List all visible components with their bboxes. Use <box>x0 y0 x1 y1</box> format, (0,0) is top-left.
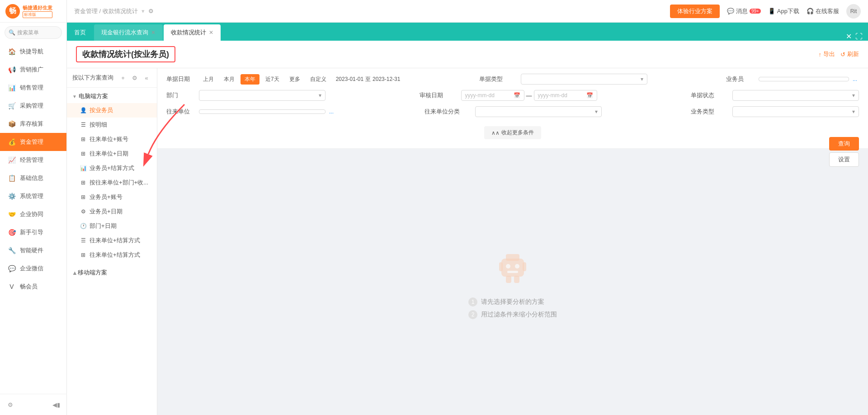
sidebar-item-sales[interactable]: 📊 销售管理 <box>0 79 66 97</box>
message-action[interactable]: 💬 消息 99+ <box>727 7 761 15</box>
voucher-status-dropdown-icon: ▾ <box>852 92 855 99</box>
collapse-sidebar-button[interactable]: ◀▮ <box>49 398 63 411</box>
tab-bar: 首页 现金银行流水查询 ✕ 收款情况统计 ✕ ✕ ⛶ <box>67 23 868 41</box>
sidebar-search-area: 🔍 搜索菜单 <box>0 23 66 42</box>
export-button[interactable]: ↑ 导出 <box>819 50 835 58</box>
close-window-btn[interactable]: ✕ <box>846 32 852 41</box>
date-range: 2023-01-01 至 2023-12-31 <box>336 75 401 83</box>
header-right: 体验行业方案 💬 消息 99+ 📱 App下载 🎧 在线客服 Rit <box>670 4 861 19</box>
gear-settings-btn[interactable]: ⚙ <box>148 8 154 14</box>
partner-select[interactable] <box>199 109 326 114</box>
scheme-collapse-btn[interactable]: « <box>142 73 151 83</box>
review-date-from-placeholder: yyyy-mm-dd <box>465 92 495 99</box>
tab-collection-close[interactable]: ✕ <box>209 29 213 36</box>
date-tab-7days[interactable]: 近7天 <box>261 74 283 85</box>
business-type-dropdown-icon: ▾ <box>852 108 855 115</box>
sidebar-item-wechat[interactable]: 💬 企业微信 <box>0 259 66 278</box>
review-date-calendar-from-icon: 📅 <box>514 92 520 99</box>
scheme-item-partner-settle1[interactable]: ☰ 往来单位+结算方式 <box>67 233 157 248</box>
review-date-to[interactable]: yyyy-mm-dd 📅 <box>534 90 597 101</box>
breadcrumb-separator: ▾ <box>142 8 145 14</box>
dept-select[interactable]: ▾ <box>199 90 326 101</box>
query-button[interactable]: 查询 <box>829 137 859 151</box>
scheme-item-partner-date[interactable]: ⊞ 往来单位+日期 <box>67 146 157 161</box>
scheme-item-label: 往来单位+结算方式 <box>90 251 140 259</box>
date-tab-more[interactable]: 更多 <box>285 74 304 85</box>
partner-category-label: 往来单位分类 <box>425 108 470 116</box>
scheme-item-by-salesperson[interactable]: 👤 按业务员 <box>67 103 157 118</box>
clock-icon: 🕐 <box>80 222 87 230</box>
scheme-item-salesperson-settle[interactable]: 📊 业务员+结算方式 <box>67 161 157 175</box>
review-date-from[interactable]: yyyy-mm-dd 📅 <box>461 90 524 101</box>
sidebar-item-finance[interactable]: 💰 资金管理 <box>0 133 66 151</box>
tab-bank-close[interactable]: ✕ <box>151 29 156 36</box>
scheme-item-partner-dept[interactable]: ⊞ 按往来单位+部门+收... <box>67 175 157 190</box>
sidebar-item-label: 资金管理 <box>20 138 43 146</box>
sidebar-item-inventory[interactable]: 📦 库存核算 <box>0 115 66 133</box>
sidebar-item-hardware[interactable]: 🔧 智能硬件 <box>0 241 66 259</box>
svg-rect-5 <box>499 262 503 271</box>
search-menu-button[interactable]: 🔍 搜索菜单 <box>5 26 62 39</box>
sidebar-item-quicknav[interactable]: 🏠 快捷导航 <box>0 42 66 61</box>
scheme-group-mobile-header[interactable]: ▶ 移动端方案 <box>67 266 157 279</box>
scheme-add-btn[interactable]: + <box>118 73 128 83</box>
sidebar: 畅 畅捷通好生意 标准版 🔍 搜索菜单 🏠 快捷导航 📢 营销推广 📊 销售管理… <box>0 0 67 415</box>
date-from: 2023-01-01 <box>336 76 363 82</box>
scheme-item-partner-settle2[interactable]: ⊞ 往来单位+结算方式 <box>67 248 157 262</box>
tip-text-1: 请先选择要分析的方案 <box>481 298 544 306</box>
scheme-item-salesperson-date[interactable]: ⚙ 业务员+日期 <box>67 204 157 219</box>
business-type-select[interactable]: ▾ <box>732 106 859 117</box>
sidebar-item-member[interactable]: V 畅会员 <box>0 278 66 296</box>
date-tab-this-month[interactable]: 本月 <box>220 74 239 85</box>
tip-num-2: 2 <box>468 310 477 319</box>
salesperson-more-btn[interactable]: ... <box>853 76 857 82</box>
sidebar-item-purchase[interactable]: 🛒 采购管理 <box>0 97 66 115</box>
scheme-item-partner-account[interactable]: ⊞ 往来单位+账号 <box>67 132 157 146</box>
demo-button[interactable]: 体验行业方案 <box>670 5 720 18</box>
refresh-button[interactable]: ↺ 刷新 <box>840 50 859 58</box>
sidebar-item-label: 企业协同 <box>20 210 43 218</box>
salesperson-select[interactable] <box>759 77 849 81</box>
voucher-status-select[interactable]: ▾ <box>732 90 859 101</box>
inventory-icon: 📦 <box>7 119 16 128</box>
scheme-panel-header: 按以下方案查询 + ⚙ « <box>67 68 157 88</box>
scheme-setting-btn[interactable]: ⚙ <box>130 73 140 83</box>
sidebar-item-coop[interactable]: 🤝 企业协同 <box>0 205 66 223</box>
empty-tips-list: 1 请先选择要分析的方案 2 用过滤条件来缩小分析范围 <box>468 297 557 319</box>
sidebar-item-label: 采购管理 <box>20 102 43 110</box>
sidebar-item-operation[interactable]: 📈 经营管理 <box>0 151 66 169</box>
sidebar-item-system[interactable]: ⚙️ 系统管理 <box>0 187 66 205</box>
logo-badge: 标准版 <box>23 11 52 18</box>
voucher-type-select[interactable]: ▾ <box>521 74 647 85</box>
scheme-item-salesperson-account[interactable]: ⊞ 业务员+账号 <box>67 190 157 204</box>
date-tab-last-month[interactable]: 上月 <box>199 74 218 85</box>
refresh-icon: ↺ <box>840 51 845 58</box>
list2-icon: ☰ <box>80 237 87 244</box>
scheme-item-by-detail[interactable]: ☰ 按明细 <box>67 118 157 132</box>
finance-icon: 💰 <box>7 137 16 146</box>
sidebar-item-label: 经营管理 <box>20 156 43 164</box>
app-download-action[interactable]: 📱 App下载 <box>768 7 799 15</box>
sidebar-logo: 畅 畅捷通好生意 标准版 <box>0 0 66 23</box>
avatar[interactable]: Rit <box>846 4 861 19</box>
sidebar-item-guide[interactable]: 🎯 新手引导 <box>0 223 66 241</box>
online-service-action[interactable]: 🎧 在线客服 <box>807 7 839 15</box>
tab-collection[interactable]: 收款情况统计 ✕ <box>164 24 221 41</box>
sidebar-item-basic[interactable]: 📋 基础信息 <box>0 169 66 187</box>
scheme-item-label: 往来单位+日期 <box>90 150 128 158</box>
set-button[interactable]: 设置 <box>829 152 859 167</box>
collapse-conditions-btn[interactable]: ∧∧ 收起更多条件 <box>484 126 541 139</box>
sidebar-item-marketing[interactable]: 📢 营销推广 <box>0 61 66 79</box>
settings-bottom-button[interactable]: ⚙ <box>4 398 17 411</box>
date-tab-this-year[interactable]: 本年 <box>241 74 259 85</box>
sidebar-item-label: 快捷导航 <box>20 47 43 56</box>
scheme-item-dept-date[interactable]: 🕐 部门+日期 <box>67 219 157 233</box>
tab-bank[interactable]: 现金银行流水查询 ✕ <box>94 24 163 41</box>
partner-more-btn[interactable]: ... <box>329 108 334 115</box>
date-tab-custom[interactable]: 自定义 <box>306 74 330 85</box>
tab-home[interactable]: 首页 <box>67 24 93 41</box>
maximize-window-btn[interactable]: ⛶ <box>855 33 863 41</box>
partner-category-select[interactable]: ▾ <box>475 106 602 117</box>
coop-icon: 🤝 <box>7 210 16 219</box>
scheme-group-desktop-header[interactable]: ▼ 电脑端方案 <box>67 90 157 103</box>
